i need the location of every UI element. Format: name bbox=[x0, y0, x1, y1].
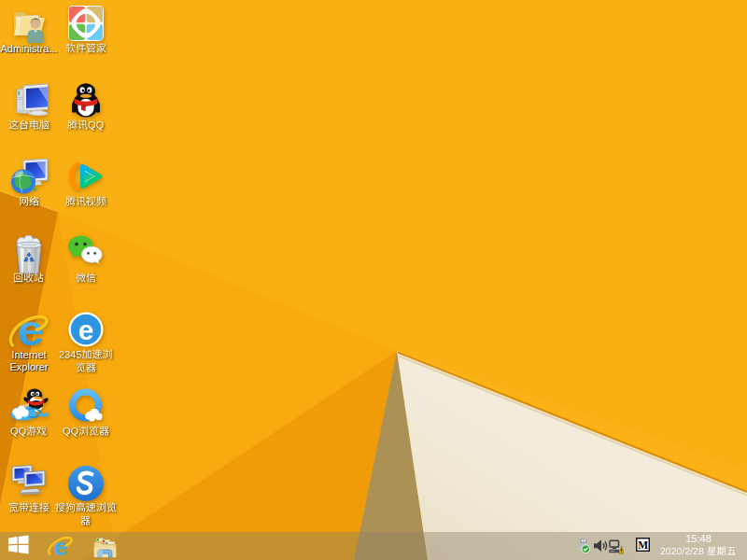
svg-text:M: M bbox=[638, 539, 648, 551]
svg-text:e: e bbox=[78, 315, 94, 345]
